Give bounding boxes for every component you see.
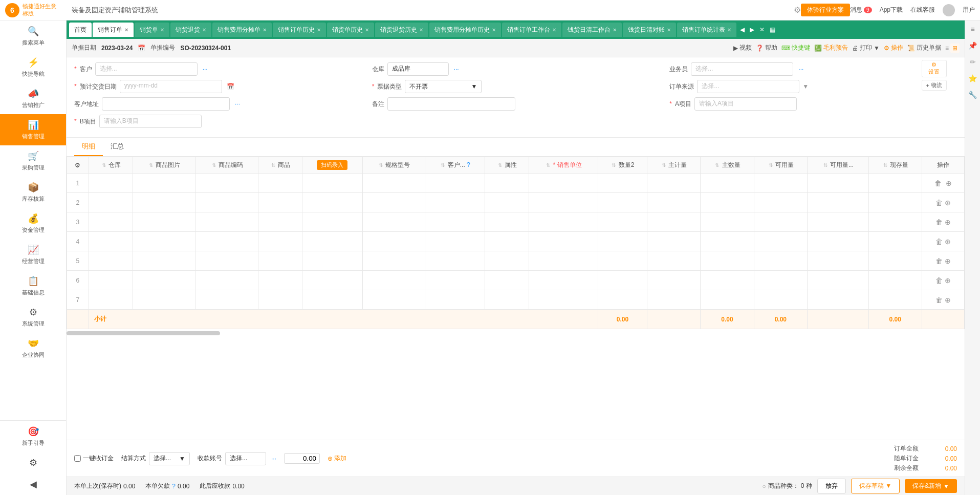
row-1-main-unit[interactable] [647, 174, 701, 193]
account-ellipsis[interactable]: ··· [271, 455, 276, 462]
sidebar-item-search[interactable]: 🔍 搜索菜单 [0, 20, 66, 52]
row-1-delete-icon[interactable]: 🗑 [934, 179, 942, 187]
tab-sales-return-close[interactable]: ✕ [202, 27, 206, 33]
delivery-date-input[interactable]: yyyy-mm-dd [120, 80, 222, 93]
row-1-qty2[interactable] [598, 174, 647, 193]
row-2-delete-icon[interactable]: 🗑 [935, 199, 943, 207]
history-button[interactable]: 📜 历史单据 [907, 44, 941, 52]
shortcut-button[interactable]: ⌨ 快捷键 [781, 44, 810, 52]
row-5-delete-icon[interactable]: 🗑 [935, 257, 943, 265]
tab-sales-invoice[interactable]: 销货单 ✕ [135, 23, 169, 37]
row-1-product[interactable] [258, 174, 302, 193]
row-5-copy-icon[interactable]: ⊕ [945, 257, 951, 265]
delivery-calendar-icon[interactable]: 📅 [227, 83, 234, 90]
tab-daily-workbench[interactable]: 钱货日清工作台 ✕ [562, 23, 622, 37]
save-new-button[interactable]: 保存&新增 ▼ [905, 479, 957, 493]
app-download-button[interactable]: App下载 [880, 6, 903, 14]
row-4-delete-icon[interactable]: 🗑 [935, 238, 943, 246]
discard-button[interactable]: 放弃 [817, 479, 846, 493]
col-customer-help-icon[interactable]: ? [467, 161, 470, 168]
payment-method-select[interactable]: 选择... ▼ [149, 452, 190, 465]
current-amount-help-icon[interactable]: ? [172, 483, 176, 490]
tab-expense-history-close[interactable]: ✕ [492, 27, 496, 33]
row-1-copy-icon[interactable]: ⊕ [946, 179, 952, 187]
tab-daily-reconcile-close[interactable]: ✕ [667, 27, 671, 33]
right-panel-icon-4[interactable]: ⭐ [967, 72, 979, 84]
right-panel-icon-5[interactable]: 🔧 [967, 89, 979, 101]
row-1-spec[interactable] [362, 174, 425, 193]
tab-nav-menu[interactable]: ▦ [767, 26, 778, 33]
tab-home[interactable]: 首页 [69, 23, 92, 37]
invoice-type-select[interactable]: 不开票 ▼ [405, 80, 482, 93]
tab-return-history[interactable]: 销货退货历史 ✕ [375, 23, 428, 37]
tab-sales-order-close[interactable]: ✕ [124, 27, 128, 33]
tab-sales-report-close[interactable]: ✕ [727, 27, 731, 33]
row-7-delete-icon[interactable]: 🗑 [935, 296, 943, 304]
salesperson-ellipsis[interactable]: ··· [798, 66, 803, 73]
tab-sales-expense[interactable]: 销售费用分摊单 ✕ [212, 23, 272, 37]
row-3-delete-icon[interactable]: 🗑 [935, 218, 943, 226]
row-4-copy-icon[interactable]: ⊕ [945, 238, 951, 246]
layout-grid-icon[interactable]: ⊞ [950, 44, 960, 53]
tab-order-workbench-close[interactable]: ✕ [552, 27, 556, 33]
print-dropdown-icon[interactable]: ▼ [874, 45, 880, 52]
user-avatar[interactable] [943, 4, 955, 16]
sidebar-item-operations[interactable]: 📈 经营管理 [0, 239, 66, 270]
customer-input[interactable]: 选择... [95, 62, 198, 76]
sidebar-settings-button[interactable]: ⚙ [0, 452, 66, 474]
b-project-input[interactable]: 请输入B项目 [99, 115, 202, 128]
layout-list-icon[interactable]: ≡ [945, 45, 949, 52]
customer-ellipsis[interactable]: ··· [203, 66, 208, 73]
message-button[interactable]: 消息 9 [850, 6, 872, 14]
user-name[interactable]: 用户 [963, 6, 975, 14]
row-1-current-stock[interactable] [868, 174, 922, 193]
a-project-input[interactable]: 请输入A项目 [694, 97, 797, 111]
sidebar-item-inventory[interactable]: 📦 库存核算 [0, 177, 66, 208]
industry-solution-button[interactable]: 体验行业方案 [801, 4, 850, 16]
tab-detail[interactable]: 明细 [74, 138, 103, 156]
horizontal-scrollbar[interactable] [67, 329, 965, 337]
sidebar-item-marketing[interactable]: 📣 营销推广 [0, 83, 66, 114]
print-button[interactable]: 🖨 打印 ▼ [852, 44, 880, 52]
row-1-customer[interactable] [425, 174, 485, 193]
order-source-dropdown-icon[interactable]: ▼ [802, 83, 809, 90]
save-new-dropdown-icon[interactable]: ▼ [943, 483, 949, 490]
row-1-available[interactable] [754, 174, 807, 193]
warehouse-input[interactable]: 成品库 [387, 62, 449, 76]
calendar-icon[interactable]: 📅 [138, 45, 145, 52]
save-draft-dropdown-icon[interactable]: ▼ [885, 482, 891, 489]
one-click-deposit-checkbox[interactable]: 一键收订金 [74, 454, 114, 463]
settings-button[interactable]: ⚙ 设置 [922, 60, 947, 77]
row-1-scan[interactable] [302, 174, 363, 193]
row-1-code[interactable] [195, 174, 258, 193]
row-1-unit[interactable] [529, 174, 598, 193]
salesperson-input[interactable]: 选择... [691, 62, 793, 76]
profit-button[interactable]: 💹 毛利预告 [814, 44, 848, 52]
tab-expense-history[interactable]: 销售费用分摊单历史 ✕ [429, 23, 501, 37]
warehouse-ellipsis[interactable]: ··· [454, 66, 459, 73]
tab-invoice-history[interactable]: 销货单历史 ✕ [327, 23, 374, 37]
scan-button[interactable]: 扫码录入 [317, 160, 347, 170]
sidebar-item-basics[interactable]: 📋 基础信息 [0, 270, 66, 302]
right-panel-icon-1[interactable]: ≡ [967, 23, 979, 35]
help-button[interactable]: ❓ 帮助 [756, 44, 777, 52]
right-panel-icon-2[interactable]: 📌 [967, 39, 979, 52]
row-6-copy-icon[interactable]: ⊕ [945, 276, 951, 285]
tab-sales-order[interactable]: 销售订单 ✕ [93, 23, 134, 37]
sidebar-item-purchase[interactable]: 🛒 采购管理 [0, 145, 66, 177]
save-draft-button[interactable]: 保存草稿 ▼ [851, 479, 900, 493]
online-service-button[interactable]: 在线客服 [910, 6, 935, 14]
tab-sales-history-close[interactable]: ✕ [317, 27, 321, 33]
row-6-delete-icon[interactable]: 🗑 [935, 276, 943, 285]
sidebar-item-quicknav[interactable]: ⚡ 快捷导航 [0, 52, 66, 83]
tab-sales-return[interactable]: 销货退货 ✕ [170, 23, 211, 37]
tab-nav-close-all[interactable]: ✕ [757, 26, 767, 33]
sidebar-collapse-button[interactable]: ◀ [0, 474, 66, 495]
row-7-copy-icon[interactable]: ⊕ [945, 296, 951, 304]
order-source-input[interactable]: 选择... [697, 80, 799, 93]
customer-address-input[interactable] [102, 97, 230, 111]
row-1-attribute[interactable] [485, 174, 529, 193]
sidebar-item-sales[interactable]: 📊 销售管理 [0, 114, 66, 145]
material-button[interactable]: + 物流 [922, 80, 947, 91]
right-panel-icon-3[interactable]: ✏ [967, 56, 979, 68]
